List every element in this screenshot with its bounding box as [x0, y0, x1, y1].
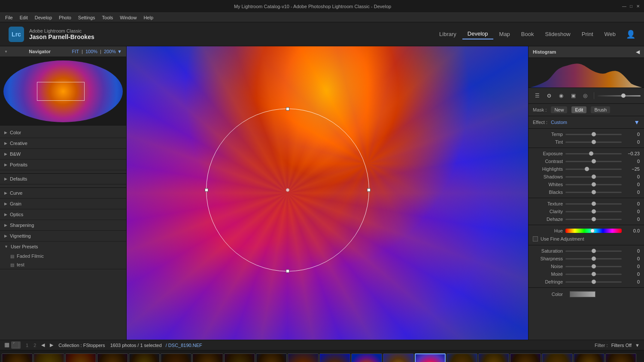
temp-track[interactable]	[565, 134, 622, 135]
filmstrip-thumb-10[interactable]	[288, 353, 319, 362]
texture-track[interactable]	[565, 203, 622, 205]
preset-group-defaults-header[interactable]: ▶ Defaults	[0, 174, 126, 184]
filmstrip-thumb-7[interactable]	[192, 353, 223, 362]
menu-edit[interactable]: Edit	[16, 15, 31, 20]
tint-thumb[interactable]	[592, 140, 596, 144]
contrast-track[interactable]	[565, 161, 622, 162]
nav-develop[interactable]: Develop	[462, 29, 493, 39]
filmstrip-thumb-11[interactable]	[319, 353, 350, 362]
tint-track[interactable]	[565, 142, 622, 143]
filmstrip-thumb-4[interactable]	[97, 353, 128, 362]
nav-book[interactable]: Book	[516, 29, 539, 39]
menu-help[interactable]: Help	[140, 15, 157, 20]
hsl-icon[interactable]: ◉	[556, 90, 566, 101]
filter-value[interactable]: Filters Off	[611, 343, 632, 348]
highlights-thumb[interactable]	[585, 167, 589, 171]
filmstrip-thumb-3[interactable]	[65, 353, 96, 362]
blacks-thumb[interactable]	[592, 190, 596, 194]
highlights-track[interactable]	[565, 169, 622, 170]
moire-thumb[interactable]	[592, 272, 596, 276]
tone-curve-icon[interactable]: ⊙	[544, 90, 554, 101]
saturation-thumb[interactable]	[592, 249, 596, 253]
nav-library[interactable]: Library	[434, 29, 462, 39]
filmstrip-thumb-15[interactable]	[447, 353, 477, 362]
menu-window[interactable]: Window	[116, 15, 140, 20]
preset-group-sharpening-header[interactable]: ▶ Sharpening	[0, 220, 126, 230]
preset-group-creative-header[interactable]: ▶ Creative	[0, 138, 126, 148]
contrast-thumb[interactable]	[592, 159, 596, 163]
filmstrip-thumb-14[interactable]	[415, 353, 446, 362]
circle-center-handle[interactable]	[286, 188, 289, 192]
menu-develop[interactable]: Develop	[31, 15, 55, 20]
filmstrip-thumb-16[interactable]	[478, 353, 509, 362]
preset-group-color-header[interactable]: ▶ Color	[0, 127, 126, 138]
defringe-thumb[interactable]	[592, 280, 596, 284]
defringe-track[interactable]	[565, 281, 622, 283]
filter-dropdown-arrow[interactable]: ▼	[635, 343, 640, 348]
shadows-thumb[interactable]	[592, 175, 596, 179]
texture-thumb[interactable]	[592, 202, 596, 206]
detail-icon[interactable]: ◎	[580, 90, 590, 101]
circle-handle-bottom[interactable]	[286, 269, 289, 273]
saturation-track[interactable]	[565, 250, 622, 252]
minimize-button[interactable]: —	[622, 4, 627, 9]
noise-thumb[interactable]	[592, 264, 596, 268]
dehaze-thumb[interactable]	[592, 217, 596, 221]
filmstrip-thumb-19[interactable]	[574, 353, 605, 362]
whites-thumb[interactable]	[592, 182, 596, 187]
preset-group-optics-header[interactable]: ▶ Optics	[0, 209, 126, 220]
prev-arrow[interactable]: ◀	[41, 342, 45, 348]
preset-group-bw-header[interactable]: ▶ B&W	[0, 149, 126, 159]
filmstrip-thumb-1[interactable]	[2, 353, 33, 362]
temp-thumb[interactable]	[592, 132, 596, 136]
whites-track[interactable]	[565, 184, 622, 185]
effect-dropdown-arrow[interactable]: ▼	[634, 119, 640, 126]
nav-web[interactable]: Web	[599, 29, 621, 39]
moire-track[interactable]	[565, 274, 622, 275]
sharpness-thumb[interactable]	[592, 256, 596, 261]
preset-group-portraits-header[interactable]: ▶ Portraits	[0, 160, 126, 170]
nav-slideshow[interactable]: Slideshow	[540, 29, 576, 39]
preset-group-user-presets-header[interactable]: ▼ User Presets	[0, 241, 126, 252]
zoom-fit[interactable]: FIT	[72, 49, 79, 54]
clarity-track[interactable]	[565, 211, 622, 212]
filmstrip-thumb-20[interactable]	[605, 353, 636, 362]
preset-group-grain-header[interactable]: ▶ Grain	[0, 199, 126, 209]
mask-new-button[interactable]: New	[551, 106, 567, 113]
noise-track[interactable]	[565, 266, 622, 267]
tone-slider-thumb[interactable]	[621, 94, 626, 98]
nav-print[interactable]: Print	[577, 29, 598, 39]
close-button[interactable]: ✕	[635, 4, 641, 9]
filmstrip-thumb-5[interactable]	[129, 353, 160, 362]
hue-thumb[interactable]	[590, 229, 595, 233]
mask-edit-button[interactable]: Edit	[571, 106, 586, 113]
circle-handle-left[interactable]	[205, 188, 208, 192]
histogram-collapse-arrow[interactable]: ◀	[636, 49, 640, 55]
identity-plate-icon[interactable]: 👤	[626, 30, 635, 39]
filmstrip-thumb-12[interactable]	[351, 353, 382, 362]
circle-handle-top[interactable]	[286, 107, 289, 111]
filmstrip-thumb-6[interactable]	[161, 353, 191, 362]
zoom-100[interactable]: 100%	[85, 49, 97, 54]
zoom-200[interactable]: 200% ▼	[104, 49, 122, 54]
preset-group-vignetting-header[interactable]: ▶ Vignetting	[0, 231, 126, 241]
next-arrow[interactable]: ▶	[50, 342, 53, 348]
filmstrip-thumb-9[interactable]	[256, 353, 287, 362]
filmstrip-thumb-2[interactable]	[33, 353, 64, 362]
dehaze-track[interactable]	[565, 219, 622, 220]
menu-file[interactable]: File	[2, 15, 16, 20]
grid-view-icon[interactable]: ▦	[4, 341, 9, 349]
basic-panel-icon[interactable]: ☰	[532, 90, 542, 101]
filmstrip-thumb-17[interactable]	[510, 353, 541, 362]
radial-filter-circle[interactable]	[206, 109, 369, 272]
hue-track[interactable]	[565, 229, 622, 233]
loupe-view-icon[interactable]: ⬛	[11, 341, 21, 349]
nav-map[interactable]: Map	[494, 29, 515, 39]
preset-item-faded-filmic[interactable]: ▤ Faded Filmic	[0, 252, 126, 260]
sharpness-track[interactable]	[565, 258, 622, 259]
navigator-header[interactable]: ▼ Navigator FIT | 100% | 200% ▼	[0, 46, 126, 57]
clarity-thumb[interactable]	[592, 209, 596, 214]
menu-tools[interactable]: Tools	[99, 15, 117, 20]
menu-photo[interactable]: Photo	[55, 15, 75, 20]
maximize-button[interactable]: □	[629, 4, 634, 9]
